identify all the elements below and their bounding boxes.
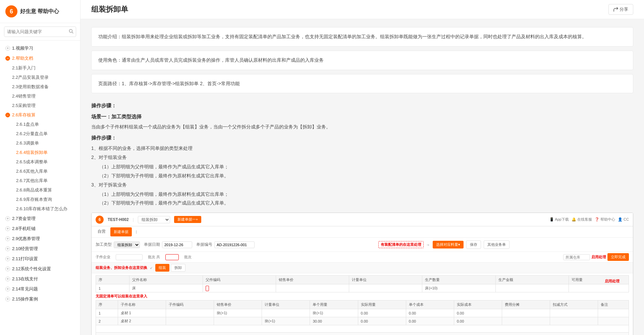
sidebar-item-other-in[interactable]: 2.6.6其他入库单 <box>0 167 80 176</box>
table-row <box>96 333 629 335</box>
app-header: 6 TEST-H002 | 组装拆卸 新建单据一+ 📱 App下载 🔔 在线客服… <box>92 213 633 226</box>
cell-12 <box>598 317 629 325</box>
other-btn[interactable]: 其他业务单 <box>484 240 509 249</box>
search-button[interactable] <box>66 27 76 37</box>
sidebar-label: 2.15操作案例 <box>12 296 38 302</box>
table-row: 1 床 床(+10) <box>96 284 629 292</box>
cell-unit <box>349 284 422 292</box>
sidebar-item-faq[interactable]: + 2.14常见问题 <box>0 284 80 294</box>
sidebar-item-cases[interactable]: + 2.15操作案例 <box>0 294 80 304</box>
form-row-type: 加工类型 组装拆卸 <box>96 241 140 248</box>
cell-1: 2 <box>96 317 118 325</box>
sidebar-item-inventory[interactable]: − 2.6库存核算 <box>0 110 80 120</box>
col-unit: 计量单位 <box>349 276 422 284</box>
process-type-select[interactable]: 组装拆卸 <box>114 241 140 248</box>
sidebar-item-sales[interactable]: 2.4销售管理 <box>0 92 80 101</box>
table-area: 启用处理 序 父件名称 父件编码 销售单价 计量单位 生产数量 <box>92 275 633 335</box>
date-input[interactable] <box>162 241 192 248</box>
sub-nav-item1[interactable]: 自营 <box>94 227 109 237</box>
cell-4: 块(+1) <box>214 309 262 317</box>
empty-row2 <box>96 333 629 335</box>
app-user: 👤 CC <box>618 217 629 222</box>
sub-nav-item2[interactable]: 新建单据 <box>110 227 132 236</box>
company-input[interactable] <box>116 254 143 260</box>
sidebar-item-payment[interactable]: + 2.13在线支付 <box>0 274 80 284</box>
docno-input[interactable] <box>214 241 255 248</box>
sidebar-item-coupon[interactable]: + 2.9优惠券管理 <box>0 234 80 244</box>
app-header-right: 📱 App下载 🔔 在线客服 ❓ 帮助中心 👤 CC <box>549 217 629 222</box>
child-col-actual-cost: 实际成本 <box>454 300 502 309</box>
sidebar-item-settings[interactable]: + 2.12系统个性化设置 <box>0 264 80 274</box>
form-row-docno: 单据编号 <box>196 241 255 248</box>
sidebar-item-partial-count[interactable]: 2.6.2分量盘点单 <box>0 129 80 138</box>
cell-2: 桌材 1 <box>118 309 166 317</box>
cell-price <box>276 284 349 292</box>
cell-7: 0.00 <box>358 309 406 317</box>
annotation1-text: 有装配清单的在这里处理 <box>378 241 424 248</box>
assemble-tab[interactable]: 组装 <box>155 264 169 272</box>
app-nav2: 🔔 在线客服 <box>572 217 592 222</box>
col-parent-code: 父件编码 <box>203 276 276 284</box>
sidebar-item-video[interactable]: + 1.视频学习 <box>0 43 80 53</box>
sidebar-item-purchase[interactable]: 2.5采购管理 <box>0 101 80 110</box>
disassemble-tab[interactable]: 拆卸 <box>171 264 185 272</box>
sidebar-item-finance[interactable]: + 2.7资金管理 <box>0 214 80 224</box>
arrow1: → <box>426 243 430 247</box>
sidebar: 6 好生意 帮助中心 + 1.视频学习 − 2.帮助文档 2.1新手入门 2.2… <box>0 0 80 335</box>
cell-6: 块(+1) <box>310 309 358 317</box>
function-intro-block: 功能介绍：组装拆卸单用来处理企业组装或拆卸等加工业务，支持有固定装配清单的产品加… <box>91 27 633 47</box>
table-row: 1 桌材 1 块(+1) 块(+1) 0.00 0.00 0.00 <box>96 309 629 317</box>
sidebar-item-install[interactable]: 2.2产品安装及登录 <box>0 73 80 82</box>
cell-5: 块(+1) <box>262 317 310 325</box>
sidebar-item-mobile[interactable]: + 2.8手机旺铺 <box>0 224 80 234</box>
share-icon <box>613 7 618 12</box>
annotation1-area: 有装配清单的在这里处理 → 选择对应料量▾ 保存 其他业务单 <box>259 240 629 249</box>
parent-table-header-row: 序 父件名称 父件编码 销售单价 计量单位 生产数量 生产金额 可用量 <box>96 276 629 284</box>
share-button[interactable]: 分享 <box>608 4 633 15</box>
sidebar-item-newbie[interactable]: 2.1新手入门 <box>0 63 80 73</box>
active-section-icon: − <box>5 113 10 117</box>
form-label-docno: 单据编号 <box>196 242 212 247</box>
label-qty: 批次 共 <box>148 255 160 260</box>
role-text: 使用角色：通常由生产人员或库管人员完成拆装业务的操作，库管人员确认原材料的出库和… <box>98 56 626 64</box>
new-doc-btn[interactable]: 新建单据一+ <box>174 216 201 223</box>
child-col-code: 子件编码 <box>166 300 214 309</box>
sidebar-item-other-out[interactable]: 2.6.7其他出库单 <box>0 176 80 185</box>
sidebar-item-cost-recalc[interactable]: 2.6.8商品成本重算 <box>0 185 80 195</box>
search-input[interactable] <box>4 27 66 36</box>
code-input-highlighted <box>206 286 209 291</box>
sidebar-item-stock-count[interactable]: 2.6.1盘点单 <box>0 120 80 129</box>
app-logo: 6 <box>96 216 104 224</box>
sidebar-label: 2.8手机旺铺 <box>12 226 36 232</box>
sidebar-item-transfer[interactable]: 2.6.3调拨单 <box>0 138 80 148</box>
child-col-single-use: 单个用量 <box>310 300 358 309</box>
save-btn[interactable]: 保存 <box>466 240 481 249</box>
warehouse-input[interactable] <box>563 254 590 260</box>
cell-5 <box>262 309 310 317</box>
scenario1-title: 场景一：加工类型选择 <box>91 114 633 120</box>
step2: 2、对于组装业务 <box>91 154 633 162</box>
doc-type-select[interactable]: 组装拆卸 <box>138 216 170 223</box>
child-col-fee: 费用分摊 <box>502 300 550 309</box>
sidebar-item-data-prep[interactable]: 2.3使用前数据准备 <box>0 82 80 92</box>
sidebar-item-assembly[interactable]: 2.6.4组装拆卸单 <box>0 148 80 157</box>
child-col-price: 销售单价 <box>214 300 262 309</box>
cell-11 <box>550 309 598 317</box>
form-area: 加工类型 组装拆卸 单据日期 单据编号 <box>92 238 633 252</box>
expand-icon: + <box>5 287 10 291</box>
sidebar-item-stock-error[interactable]: 2.6.10库存账本错了怎么办 <box>0 204 80 214</box>
qty-input[interactable] <box>165 254 179 260</box>
process-btn[interactable]: 选择对应料量▾ <box>433 241 464 248</box>
logo-area: 6 好生意 帮助中心 <box>0 0 80 23</box>
cell-11 <box>550 317 598 325</box>
confirm-btn[interactable]: 立即完成 <box>607 253 629 261</box>
form-area2: 子件企业 批次 共 批次 启用处理 立即完成 <box>92 252 633 263</box>
child-table: 序 子件名称 子件编码 销售单价 计量单位 单个用量 实际用量 单个成本 实际成… <box>96 300 629 335</box>
sidebar-item-print[interactable]: + 2.11打印设置 <box>0 254 80 264</box>
sidebar-item-docs[interactable]: − 2.帮助文档 <box>0 53 80 63</box>
sidebar-item-stock-ledger[interactable]: 2.6.9库存账本查询 <box>0 195 80 204</box>
sidebar-item-cost-adjust[interactable]: 2.6.5成本调整单 <box>0 157 80 167</box>
sidebar-item-ops[interactable]: + 2.10经营管理 <box>0 244 80 254</box>
annotation4-text: 组装业务、拆卸业务在这里切换 <box>96 265 147 270</box>
expand-icon: + <box>5 277 10 281</box>
